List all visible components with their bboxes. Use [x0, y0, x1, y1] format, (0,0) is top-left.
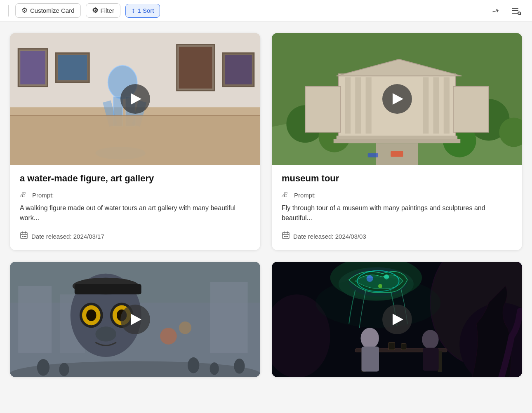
calendar-icon-water: [20, 231, 28, 241]
partial-card-grid: [0, 262, 532, 389]
filter-button[interactable]: ⚙ Filter: [86, 3, 120, 18]
sort-label: 1 Sort: [137, 7, 154, 14]
svg-rect-60: [284, 236, 285, 237]
play-triangle-museum: [393, 93, 403, 105]
card-body-museum: museum tour Æ Prompt: Fly through tour o…: [272, 165, 522, 250]
search-list-icon: [511, 6, 521, 15]
card-prompt-row-museum: Æ Prompt:: [282, 190, 512, 200]
card-prompt-row-water: Æ Prompt:: [20, 190, 250, 200]
prompt-icon-water: Æ: [20, 190, 29, 200]
svg-text:Æ: Æ: [20, 191, 26, 198]
card-thumbnail-creature[interactable]: [10, 262, 260, 377]
svg-line-4: [520, 14, 521, 15]
svg-rect-31: [24, 236, 25, 237]
toolbar: ⚙ Customize Card ⚙ Filter ↕ 1 Sort ↗: [0, 0, 532, 21]
calendar-icon-museum: [282, 231, 290, 241]
svg-rect-30: [22, 236, 23, 237]
play-overlay-alien-lounge[interactable]: [272, 262, 522, 377]
share-button[interactable]: ↗: [487, 3, 503, 19]
play-triangle-alien-lounge: [393, 314, 403, 325]
card-thumbnail-alien-lounge[interactable]: [272, 262, 522, 377]
date-label-museum: Date released: 2024/03/03: [293, 233, 366, 240]
card-date-row-museum: Date released: 2024/03/03: [282, 231, 512, 241]
card-thumbnail-water[interactable]: [10, 33, 260, 165]
card-creature: [10, 262, 260, 377]
card-water-figure: a water-made figure, art gallery Æ Promp…: [10, 33, 260, 250]
search-list-button[interactable]: [508, 3, 524, 19]
svg-rect-56: [282, 232, 289, 239]
play-overlay-museum[interactable]: [272, 33, 522, 165]
play-button-creature[interactable]: [120, 305, 150, 334]
svg-rect-32: [25, 236, 26, 237]
prompt-icon-museum: Æ: [282, 190, 291, 200]
play-overlay-water[interactable]: [10, 33, 260, 165]
sort-button[interactable]: ↕ 1 Sort: [125, 4, 160, 18]
card-prompt-text-water: A walking figure made out of water tours…: [20, 203, 250, 223]
toolbar-left-divider: [8, 5, 9, 16]
card-museum-tour: museum tour Æ Prompt: Fly through tour o…: [272, 33, 522, 250]
play-button-water[interactable]: [120, 84, 150, 114]
svg-rect-62: [287, 236, 288, 237]
play-button-alien-lounge[interactable]: [382, 305, 412, 334]
svg-rect-61: [285, 236, 287, 237]
sort-icon: ↕: [132, 7, 135, 15]
play-overlay-creature[interactable]: [10, 262, 260, 377]
customize-card-label: Customize Card: [30, 7, 75, 14]
card-title-water: a water-made figure, art gallery: [20, 173, 250, 184]
card-alien-lounge: [272, 262, 522, 377]
card-title-museum: museum tour: [282, 173, 512, 184]
card-prompt-text-museum: Fly through tour of a museum with many p…: [282, 203, 512, 223]
play-triangle-creature: [131, 314, 141, 325]
filter-icon: ⚙: [92, 6, 98, 15]
card-thumbnail-museum[interactable]: [272, 33, 522, 165]
customize-card-button[interactable]: ⚙ Customize Card: [15, 3, 81, 18]
play-triangle-water: [131, 93, 141, 105]
share-icon: ↗: [490, 5, 501, 16]
svg-rect-26: [21, 232, 27, 239]
prompt-label-museum: Prompt:: [294, 192, 316, 199]
gear-icon: ⚙: [21, 6, 28, 15]
prompt-label-water: Prompt:: [32, 192, 54, 199]
card-body-water: a water-made figure, art gallery Æ Promp…: [10, 165, 260, 250]
card-grid: a water-made figure, art gallery Æ Promp…: [0, 21, 532, 262]
date-label-water: Date released: 2024/03/17: [31, 233, 104, 240]
svg-text:Æ: Æ: [282, 191, 287, 198]
card-date-row-water: Date released: 2024/03/17: [20, 231, 250, 241]
play-button-museum[interactable]: [382, 84, 412, 114]
filter-label: Filter: [101, 7, 114, 14]
